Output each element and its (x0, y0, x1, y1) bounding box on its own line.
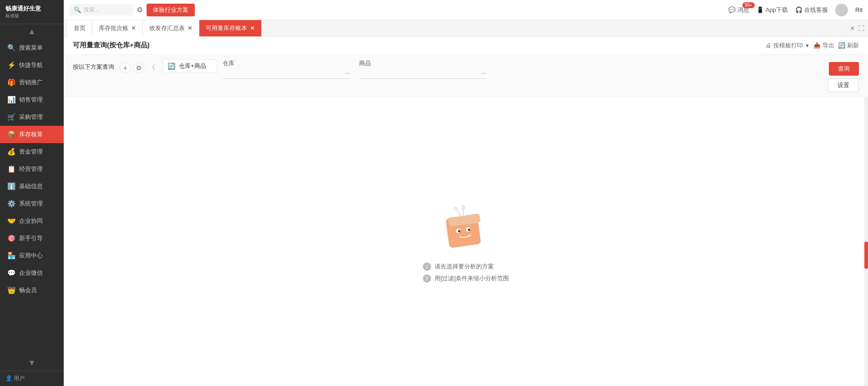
topbar-search-placeholder: 搜索... (84, 6, 99, 14)
sidebar-scroll-down[interactable]: ▼ (0, 355, 64, 371)
app-edition: 标准版 (5, 13, 58, 19)
sidebar-icon-0: 🔍 (7, 44, 15, 52)
print-dropdown-icon[interactable]: ▼ (805, 43, 810, 48)
sidebar-icon-5: 📦 (7, 130, 15, 139)
page-title: 可用量查询(按仓库+商品) (73, 41, 150, 50)
print-icon: 🖨 (766, 42, 772, 49)
tab-label-1: 库存批次账 (99, 24, 128, 32)
headset-icon: 🎧 (795, 6, 802, 13)
message-button[interactable]: 💬 消息 99+ (728, 6, 749, 14)
sidebar-item-资金管理[interactable]: 💰资金管理 (0, 143, 64, 160)
export-icon: 📤 (813, 42, 821, 49)
collapse-filter-button[interactable]: 《 (147, 62, 157, 74)
tab-1[interactable]: 库存批次账✕ (92, 20, 143, 36)
sidebar-icon-7: 📋 (7, 165, 15, 173)
tab-3[interactable]: 可用量库存账本✕ (199, 20, 262, 36)
export-button[interactable]: 📤 导出 (813, 41, 834, 50)
sidebar-item-快捷导航[interactable]: ⚡快捷导航 (0, 57, 64, 74)
tab-label-0: 首页 (74, 24, 86, 32)
sidebar-item-系统管理[interactable]: ⚙️系统管理 (0, 195, 64, 212)
expand-icon[interactable]: ⛶ (858, 25, 864, 32)
scheme-warehouse-product[interactable]: 🔄 仓库+商品 (162, 59, 217, 73)
warehouse-input[interactable] (223, 70, 342, 77)
warehouse-select-icon[interactable]: ··· (345, 69, 350, 77)
sidebar-item-库存核算[interactable]: 📦库存核算 (0, 126, 64, 143)
tab-2[interactable]: 收发存汇总表✕ (143, 20, 199, 36)
hint-text-1: 请先选择要分析的方案 (435, 262, 494, 271)
sidebar: 畅康通好生意 标准版 ▲ 🔍搜索菜单⚡快捷导航🎁营销推广📊销售管理🛒采购管理📦库… (0, 0, 64, 386)
sidebar-icon-3: 📊 (7, 96, 15, 104)
sidebar-icon-6: 💰 (7, 148, 15, 156)
tab-label-2: 收发存汇总表 (149, 24, 185, 32)
sidebar-icon-8: ℹ️ (7, 182, 15, 190)
empty-hints: 1 请先选择要分析的方案 2 用[过滤]条件来缩小分析范围 (423, 262, 509, 283)
svg-point-7 (462, 206, 465, 209)
main-area: 🔍 搜索... ⚙ 体验行业方案 💬 消息 99+ 📱 App下载 🎧 在线客服… (64, 0, 868, 386)
svg-line-8 (457, 211, 460, 216)
sidebar-item-畅会员[interactable]: 👑畅会员 (0, 282, 64, 299)
sidebar-icon-11: 🎯 (7, 234, 15, 242)
settings-icon[interactable]: ⚙ (137, 5, 143, 14)
refresh-icon: 🔄 (838, 42, 845, 49)
tab-close-2[interactable]: ✕ (188, 25, 193, 31)
sidebar-user-bottom[interactable]: 👤 用户 (0, 371, 64, 386)
query-row: 仓库 ··· 商品 ··· (223, 59, 822, 79)
sidebar-item-营销推广[interactable]: 🎁营销推广 (0, 74, 64, 91)
product-select-icon[interactable]: ··· (481, 69, 487, 77)
sidebar-icon-1: ⚡ (7, 61, 15, 69)
query-fields: 仓库 ··· 商品 ··· (223, 59, 822, 79)
online-service-button[interactable]: 🎧 在线客服 (795, 6, 828, 14)
sidebar-item-采购管理[interactable]: 🛒采购管理 (0, 108, 64, 126)
app-name: 畅康通好生意 (5, 5, 58, 13)
sidebar-label-13: 企业微信 (19, 269, 43, 277)
tab-close-1[interactable]: ✕ (131, 25, 136, 31)
print-button[interactable]: 🖨 按模板打印 ▼ (766, 41, 810, 50)
warehouse-field: 仓库 ··· (223, 59, 350, 79)
user-avatar[interactable] (835, 4, 848, 16)
add-scheme-button[interactable]: + (120, 62, 131, 73)
sidebar-scroll-up[interactable]: ▲ (0, 24, 64, 39)
page-actions: 🖨 按模板打印 ▼ 📤 导出 🔄 刷新 (766, 41, 859, 50)
online-service-label: 在线客服 (804, 6, 828, 14)
topbar-search-box[interactable]: 🔍 搜索... (69, 4, 133, 15)
sidebar-item-企业协同[interactable]: 🤝企业协同 (0, 212, 64, 230)
sidebar-icon-13: 💬 (7, 269, 15, 277)
warehouse-label: 仓库 (223, 59, 350, 67)
sidebar-label-2: 营销推广 (19, 78, 43, 87)
app-logo: 畅康通好生意 标准版 (0, 0, 64, 24)
close-all-icon[interactable]: ✕ (850, 25, 855, 32)
trial-button[interactable]: 体验行业方案 (147, 4, 195, 16)
tab-close-3[interactable]: ✕ (250, 25, 255, 31)
sidebar-item-经营管理[interactable]: 📋经营管理 (0, 160, 64, 178)
sidebar-item-应用中心[interactable]: 🏪应用中心 (0, 247, 64, 264)
filter-scheme-actions: + ⚙ 《 (120, 59, 157, 74)
refresh-button[interactable]: 🔄 刷新 (838, 41, 859, 50)
product-label: 商品 (359, 59, 487, 67)
topbar-right: 💬 消息 99+ 📱 App下载 🎧 在线客服 Rit (728, 4, 863, 16)
sidebar-icon-10: 🤝 (7, 217, 15, 225)
hint-1: 1 请先选择要分析的方案 (423, 262, 494, 271)
warehouse-input-wrapper: ··· (223, 69, 350, 79)
product-input[interactable] (359, 70, 478, 77)
sidebar-item-搜索菜单[interactable]: 🔍搜索菜单 (0, 39, 64, 57)
settings-button[interactable]: 设置 (828, 78, 859, 92)
tab-bar: 首页库存批次账✕收发存汇总表✕可用量库存账本✕ ✕ ⛶ (64, 20, 868, 36)
app-download-button[interactable]: 📱 App下载 (756, 6, 788, 14)
sidebar-item-企业微信[interactable]: 💬企业微信 (0, 264, 64, 282)
sidebar-label-7: 经营管理 (19, 165, 43, 173)
scrollbar-thumb[interactable] (864, 242, 868, 269)
sidebar-item-基础信息[interactable]: ℹ️基础信息 (0, 178, 64, 195)
right-scrollbar[interactable] (864, 97, 868, 386)
sidebar-icon-12: 🏪 (7, 252, 15, 260)
sidebar-item-销售管理[interactable]: 📊销售管理 (0, 91, 64, 108)
query-button[interactable]: 查询 (829, 62, 859, 76)
sidebar-item-新手引导[interactable]: 🎯新手引导 (0, 230, 64, 247)
manage-scheme-button[interactable]: ⚙ (133, 62, 144, 73)
sidebar-label-0: 搜索菜单 (19, 44, 43, 52)
sidebar-label-6: 资金管理 (19, 148, 43, 156)
sidebar-label-8: 基础信息 (19, 182, 43, 190)
sidebar-nav: 🔍搜索菜单⚡快捷导航🎁营销推广📊销售管理🛒采购管理📦库存核算💰资金管理📋经营管理… (0, 39, 64, 355)
sidebar-icon-4: 🛒 (7, 113, 15, 121)
filter-label: 按以下方案查询 (73, 59, 114, 71)
tab-0[interactable]: 首页 (67, 20, 92, 36)
